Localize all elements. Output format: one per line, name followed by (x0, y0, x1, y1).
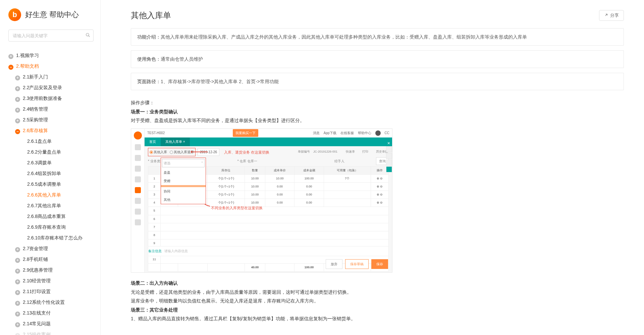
svg-point-0 (86, 33, 89, 36)
nav-item-2-8[interactable]: +2.8手机旺铺 (8, 254, 94, 265)
share-icon (604, 13, 608, 18)
nav-item-2-7[interactable]: +2.7资金管理 (8, 243, 94, 254)
ss-logo-icon (134, 131, 142, 139)
intro-box: 功能介绍：其他入库单用来处理除采购入库、产成品入库之外的其他入库业务，因此其他入… (131, 28, 624, 46)
ss-right-tools (386, 146, 392, 197)
path-label: 页面路径： (137, 79, 161, 84)
sidebar: b 好生意 帮助中心 +1.视频学习 –2.帮助文档 +2.1新手入门 +2.2… (0, 0, 101, 335)
search-box (8, 30, 94, 42)
steps-label: 操作步骤： (131, 98, 624, 107)
share-button[interactable]: 分享 (599, 10, 624, 21)
search-input[interactable] (8, 30, 94, 42)
nav-item-2-1[interactable]: +2.1新手入门 (8, 71, 94, 82)
ss-top-item: App下载 (324, 130, 336, 136)
scene3-line1: 1、赠品入库的商品直接转为销售。通过工具栏【复制/复制为销货单】功能，将单据信息… (131, 314, 624, 323)
nav-item-2-6-4[interactable]: 2.6.4组装拆卸单 (8, 168, 94, 179)
ss-footer-buttons: 放弃 保存草稿 保存 (326, 259, 388, 269)
path-box: 页面路径：1、库存核算->库存管理->其他入库单 2、首页->常用功能 (131, 73, 624, 90)
site-brand: b 好生意 帮助中心 (8, 8, 94, 21)
nav-item-2-6-5[interactable]: 2.6.5成本调整单 (8, 179, 94, 189)
nav-item-2-6-6[interactable]: 2.6.6其他入库单 (8, 189, 94, 200)
ss-radio-inbound: 其他入库 (150, 149, 167, 155)
scene2-line1: 无论是受赠，还是其他类型的业务，由于入库商品质量等原因，需要退回，这时可通过单据… (131, 288, 624, 297)
ss-tab-active: 其他入库单 × (161, 137, 190, 146)
scene1-desc: 对于受赠、盘盈或是拆装入库等不同的业务，是通过单据头【业务类型】进行区分。 (131, 116, 624, 125)
role-box: 使用角色：通常由仓管人员维护 (131, 50, 624, 68)
ss-topbar: TEST-H002 我要购买一下 消息 App下载 在线客服 帮助中心 CC (145, 129, 392, 137)
role-text: 通常由仓管人员维护 (161, 56, 203, 62)
nav-item-2-6-1[interactable]: 2.6.1盘点单 (8, 136, 94, 147)
path-text: 1、库存核算->库存管理->其他入库单 2、首页->常用功能 (161, 79, 279, 84)
nav-item-2-6-2[interactable]: 2.6.2分量盘点单 (8, 147, 94, 157)
ss-arrow-icon (191, 152, 208, 152)
nav-item-2-10[interactable]: +2.10经营管理 (8, 275, 94, 286)
ss-annotation-2: 不同业务的入库类型在这里切换 (211, 205, 263, 212)
ss-tenant: TEST-H002 (147, 130, 165, 136)
nav-item-2-6[interactable]: –2.6库存核算 (8, 125, 94, 136)
nav-item-2-2[interactable]: +2.2产品安装及登录 (8, 82, 94, 93)
nav-item-2-15[interactable]: +2.15操作案例 (8, 329, 94, 335)
embedded-screenshot: TEST-H002 我要购买一下 消息 App下载 在线客服 帮助中心 CC 首… (131, 128, 392, 273)
ss-tabs: 首页 其他入库单 × × (145, 137, 392, 146)
scene3-title: 场景三：其它业务处理 (131, 307, 178, 313)
role-label: 使用角色： (137, 56, 161, 62)
ss-toolbar: 单据编号 JC-20191226-001 快速录 打印 历史单据 (298, 149, 388, 155)
ss-annotation-1: 入库、退货业务 在这里切换 (224, 149, 269, 156)
nav-item-video[interactable]: +1.视频学习 (8, 50, 94, 61)
nav-item-2-11[interactable]: +2.11打印设置 (8, 286, 94, 297)
nav-item-docs[interactable]: –2.帮助文档 (8, 61, 94, 71)
ss-left-rail (131, 129, 145, 272)
ss-rail-icon (135, 144, 141, 150)
article-body: 操作步骤： 场景一：业务类型确认 对于受赠、盘盈或是拆装入库等不同的业务，是通过… (131, 98, 624, 323)
ss-rail-icon (135, 219, 141, 225)
scene2-line2: 退库业务中，明细数量均以负值红色展示。无论是入库还是退库，库存账均记在入库方向。 (131, 296, 624, 305)
ss-dropdown: 请选˅ 盘盈 受赠 协同 其他 (161, 158, 206, 204)
nav-item-2-6-7[interactable]: 2.6.7其他出库单 (8, 200, 94, 211)
scene2-title: 场景二：出入方向确认 (131, 280, 178, 286)
nav-item-2-13[interactable]: +2.13在线支付 (8, 308, 94, 318)
search-icon[interactable] (86, 33, 90, 39)
nav-item-2-6-3[interactable]: 2.6.3调拨单 (8, 157, 94, 168)
ss-buy-button: 我要购买一下 (233, 129, 258, 137)
ss-date: 2019-12-26 (198, 148, 219, 156)
ss-tab: 首页 (145, 137, 161, 146)
ss-top-item: CC (385, 130, 389, 136)
ss-rail-icon (135, 166, 141, 172)
ss-top-item: 帮助中心 (358, 130, 371, 136)
intro-text: 其他入库单用来处理除采购入库、产成品入库之外的其他入库业务，因此其他入库单可处理… (161, 34, 527, 40)
logo-icon: b (8, 8, 21, 21)
ss-remark: 备注信息 请输入内容信息 (148, 246, 389, 256)
intro-label: 功能介绍： (137, 34, 161, 40)
nav-item-2-14[interactable]: +2.14常见问题 (8, 318, 94, 329)
nav-item-2-6-8[interactable]: 2.6.8商品成本重算 (8, 211, 94, 222)
ss-top-item: 在线客服 (340, 130, 354, 136)
nav-item-2-12[interactable]: +2.12系统个性化设置 (8, 297, 94, 308)
nav-item-2-6-10[interactable]: 2.6.10库存账本错了怎么办 (8, 232, 94, 243)
nav-item-2-4[interactable]: +2.4销售管理 (8, 104, 94, 114)
nav-tree: +1.视频学习 –2.帮助文档 +2.1新手入门 +2.2产品安装及登录 +2.… (8, 50, 94, 335)
ss-highlight-box: 其他入库 其他入库退库 (148, 148, 196, 156)
ss-rail-icon-active (135, 187, 141, 193)
svg-line-1 (89, 36, 90, 37)
nav-item-2-5[interactable]: +2.5采购管理 (8, 114, 94, 125)
ss-rail-icon (135, 176, 141, 182)
nav-item-2-9[interactable]: +2.9优惠券管理 (8, 265, 94, 275)
scene1-title: 场景一：业务类型确认 (131, 109, 178, 114)
ss-avatar-icon (375, 130, 381, 136)
ss-rail-icon (135, 209, 141, 215)
page-title: 其他入库单 (131, 10, 171, 21)
main-content: 其他入库单 分享 功能介绍：其他入库单用来处理除采购入库、产成品入库之外的其他入… (101, 0, 644, 335)
ss-top-item: 消息 (313, 130, 320, 136)
ss-rail-icon (135, 198, 141, 204)
nav-item-2-3[interactable]: +2.3使用前数据准备 (8, 93, 94, 104)
nav-item-2-6-9[interactable]: 2.6.9库存账本查询 (8, 222, 94, 232)
ss-rail-icon (135, 155, 141, 161)
site-title: 好生意 帮助中心 (25, 10, 79, 20)
